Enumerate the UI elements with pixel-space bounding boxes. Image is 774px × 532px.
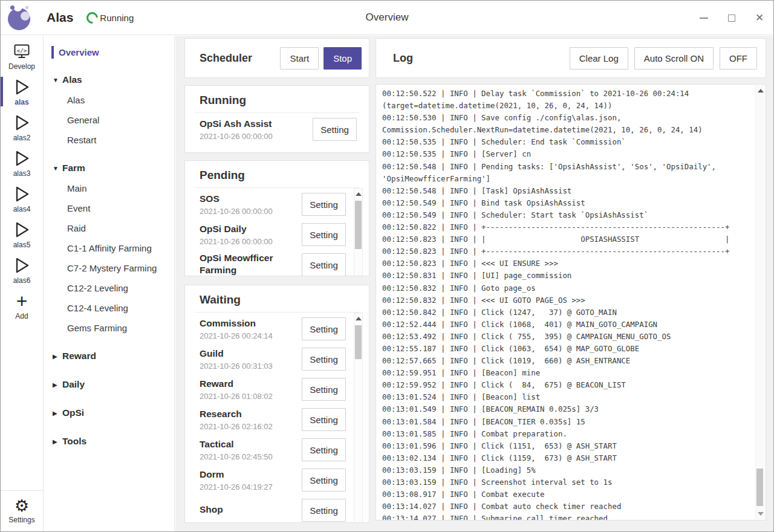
task-setting-button[interactable]: Setting: [302, 469, 346, 491]
rail-instance[interactable]: alas3: [1, 145, 43, 181]
chevron-icon: ▼: [53, 165, 62, 172]
running-spinner-icon: [84, 10, 100, 26]
nav-item-overview[interactable]: Overview: [44, 43, 174, 62]
pending-title: Pending: [185, 161, 369, 187]
nav-item[interactable]: Restart: [44, 130, 174, 150]
close-icon: ✕: [755, 13, 764, 23]
log-line: 'OpsiMeowfficerFarming']: [382, 173, 751, 185]
scroll-thumb[interactable]: [756, 469, 763, 506]
play-icon: [12, 112, 31, 133]
nav-item[interactable]: Main: [44, 178, 174, 198]
rail-instance-label: alas4: [13, 205, 31, 213]
nav-section-header[interactable]: ▼ Farm: [44, 158, 174, 178]
auto-scroll-on-button[interactable]: Auto Scroll ON: [634, 47, 714, 70]
task-setting-button[interactable]: Setting: [313, 118, 357, 141]
nav-item[interactable]: C7-2 Mystery Farming: [44, 258, 174, 278]
task-setting-button[interactable]: Setting: [302, 499, 346, 522]
clear-log-button[interactable]: Clear Log: [570, 47, 628, 70]
rail-instance[interactable]: alas6: [1, 252, 43, 288]
nav-item[interactable]: C12-4 Leveling: [44, 298, 174, 318]
nav-item[interactable]: C12-2 Leveling: [44, 278, 174, 298]
scroll-thumb[interactable]: [355, 325, 362, 359]
log-line: 00:12:55.187 | INFO | Click (1063, 654) …: [382, 343, 751, 355]
task-setting-button[interactable]: Setting: [302, 408, 346, 431]
log-line: (target=datetime.datetime(2021, 10, 26, …: [382, 100, 751, 112]
rail-instance[interactable]: alas5: [1, 216, 43, 252]
title-bar: Alas Running Overview ✕: [1, 1, 773, 35]
rail-instance[interactable]: </> Develop: [1, 38, 43, 74]
task-row: Guild 2021-10-26 00:31:03 Setting: [185, 344, 369, 374]
main-content: Scheduler Start Stop Running OpSi Ash As…: [175, 36, 773, 531]
log-line: 00:13:01.549 | INFO | [BEACON_REMAIN 0.0…: [382, 403, 751, 415]
running-list: OpSi Ash Assist 2021-10-26 00:00:00 Sett…: [185, 113, 369, 144]
play-icon: [12, 219, 31, 240]
nav-section-header[interactable]: ▶ OpSi: [44, 403, 174, 423]
nav-section-header[interactable]: ▶ Tools: [44, 431, 174, 452]
rail-instance-label: alas: [15, 98, 28, 106]
scroll-up-icon[interactable]: [356, 317, 362, 320]
nav-section-header[interactable]: ▶ Reward: [44, 346, 174, 366]
waiting-list: Commission 2021-10-26 00:24:14 Setting G…: [185, 313, 369, 523]
nav-section-header[interactable]: ▶ Daily: [44, 374, 174, 395]
task-row: Research 2021-10-26 02:16:02 Setting: [185, 404, 369, 435]
minimize-button[interactable]: [698, 13, 709, 24]
nav-item[interactable]: Alas: [44, 90, 174, 110]
task-row: Shop Setting: [185, 495, 369, 523]
nav-section-label: Reward: [62, 351, 96, 362]
minimize-icon: [700, 18, 708, 19]
task-setting-button[interactable]: Setting: [302, 253, 346, 276]
rail-instance[interactable]: + Add: [1, 288, 43, 323]
log-line: 00:13:01.524 | INFO | [Beacon] list: [382, 391, 751, 403]
nav-section-label: Farm: [62, 163, 85, 174]
log-scrollbar[interactable]: [755, 85, 765, 519]
waiting-card: Waiting Commission 2021-10-26 00:24:14 S…: [184, 285, 369, 523]
log-line: 00:12:50.530 | INFO | Save config ./conf…: [382, 112, 751, 124]
task-row: OpSi Meowfficer Farming Setting: [185, 250, 369, 276]
pending-scrollbar[interactable]: [354, 188, 363, 276]
task-name: Shop: [200, 504, 298, 516]
nav-item[interactable]: Gems Farming: [44, 318, 174, 338]
play-icon: [12, 148, 31, 169]
auto-scroll-off-button[interactable]: OFF: [720, 47, 757, 70]
task-row: Dorm 2021-10-26 04:19:27 Setting: [185, 465, 369, 495]
waiting-scrollbar[interactable]: [354, 313, 363, 523]
nav-section-label: Daily: [62, 379, 85, 390]
waiting-title: Waiting: [185, 285, 369, 312]
rail-instance[interactable]: alas2: [1, 109, 43, 145]
chevron-icon: ▶: [53, 438, 62, 445]
maximize-button[interactable]: [726, 13, 737, 24]
log-line: 00:12:50.549 | INFO | Bind task OpsiAshA…: [382, 197, 751, 209]
task-setting-button[interactable]: Setting: [302, 193, 346, 216]
log-line: 00:13:01.596 | INFO | Click (1151, 653) …: [382, 440, 751, 452]
nav-item[interactable]: Raid: [44, 218, 174, 238]
scroll-up-icon[interactable]: [758, 89, 764, 92]
task-setting-button[interactable]: Setting: [302, 438, 346, 461]
stop-button[interactable]: Stop: [324, 47, 362, 70]
task-setting-button[interactable]: Setting: [302, 348, 346, 371]
scroll-up-icon[interactable]: [356, 192, 362, 196]
task-setting-button[interactable]: Setting: [302, 378, 346, 401]
rail-instance-label: Add: [15, 312, 28, 320]
settings-button[interactable]: ⚙ Settings: [1, 490, 43, 531]
instance-rail: </> Develop alas alas2 alas3 alas4 alas5…: [1, 36, 44, 531]
log-line: 00:12:50.823 | INFO | <<< UI ENSURE >>>: [382, 258, 751, 270]
log-line: 00:13:08.917 | INFO | Combat execute: [382, 488, 751, 501]
task-setting-button[interactable]: Setting: [302, 317, 346, 340]
rail-instance[interactable]: alas: [1, 74, 43, 109]
nav-section-header[interactable]: ▼ Alas: [44, 70, 174, 90]
play-icon: [12, 77, 31, 97]
close-button[interactable]: ✕: [754, 13, 765, 24]
task-setting-button[interactable]: Setting: [302, 223, 346, 246]
rail-instance-label: alas6: [13, 276, 31, 285]
log-line: 00:13:02.134 | INFO | Click (1159, 673) …: [382, 452, 751, 464]
scroll-thumb[interactable]: [355, 201, 362, 249]
rail-instance[interactable]: alas4: [1, 181, 43, 216]
nav-item[interactable]: Event: [44, 198, 174, 218]
scroll-down-icon[interactable]: [758, 512, 764, 516]
nav-item[interactable]: C1-1 Affinity Farming: [44, 238, 174, 258]
nav-item[interactable]: General: [44, 110, 174, 130]
log-line: 00:12:50.548 | INFO | Pending tasks: ['O…: [382, 161, 751, 173]
task-name: OpSi Daily: [200, 223, 298, 235]
log-column: Log Clear Log Auto Scroll ON OFF 00:12:5…: [376, 38, 766, 521]
start-button[interactable]: Start: [280, 47, 319, 70]
